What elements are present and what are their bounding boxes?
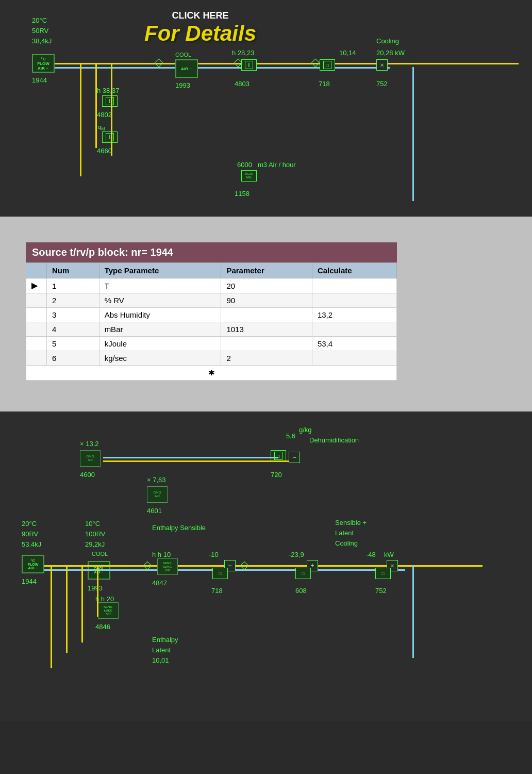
block-4846: 4846 xyxy=(95,623,110,631)
flow-box-1944[interactable]: °CFLOWAiR→ xyxy=(32,54,55,73)
pipe-yellow-top xyxy=(55,63,519,64)
x-7-63: × 7,63 xyxy=(147,476,166,484)
pipe-blue-vert xyxy=(412,67,414,201)
row-arrow xyxy=(26,308,47,322)
row-num: 3 xyxy=(47,308,99,322)
flow-box-1944-bottom[interactable]: °CFLOWAiR→ xyxy=(22,555,44,573)
cross-box-752: ✕ xyxy=(376,59,388,71)
col-parameter: Parameter xyxy=(221,263,312,278)
row-parameter xyxy=(221,337,312,351)
col-calculate: Calculate xyxy=(312,263,396,278)
click-here-large-text: For Details xyxy=(144,21,256,46)
table-row: 3 Abs Humidity 13,2 xyxy=(26,308,397,322)
kj-label-top: 38,4kJ xyxy=(32,37,52,45)
row-type: mBar xyxy=(99,322,221,337)
row-calculate xyxy=(312,351,396,366)
row-type: Abs Humidity xyxy=(99,308,221,322)
row-num: 6 xyxy=(47,351,99,366)
flow-box-1993[interactable]: AiR→ xyxy=(175,59,198,78)
cooling-label: Cooling xyxy=(376,37,399,45)
cooling-label-bottom: Cooling xyxy=(335,539,358,547)
kw-label-bottom: kW xyxy=(384,551,394,558)
pipe-blue-bottom-top xyxy=(103,457,278,458)
block-nr-718: 718 xyxy=(319,80,330,88)
comp-box-4600: G/KGAiR xyxy=(80,450,101,467)
data-table-container: Source t/rv/p block: nr= 1944 Num Type P… xyxy=(26,242,397,381)
diamond-3 xyxy=(311,59,320,68)
table-section-bg: Source t/rv/p block: nr= 1944 Num Type P… xyxy=(0,217,532,411)
cool-label-top: COOL xyxy=(175,52,191,58)
table-row: ▶ 1 T 20 xyxy=(26,278,397,293)
row-arrow xyxy=(26,351,47,366)
row-parameter xyxy=(221,308,312,322)
indicator-718-bottom: □ xyxy=(212,568,228,579)
indicator-608: □ xyxy=(295,568,311,579)
cooling-kw: 20,28 kW xyxy=(376,49,405,57)
latent-label-2: Latent xyxy=(152,646,171,654)
top-diagram: CLICK HERE For Details 20°C 50RV 38,4kJ … xyxy=(0,0,532,217)
indicator-752-bottom: □ xyxy=(375,568,391,579)
minus-23-9: -23,9 xyxy=(289,551,304,558)
x-13-2: × 13,2 xyxy=(80,440,99,448)
diamond-bottom-2 xyxy=(240,562,249,570)
parameters-table: Num Type Paramete Parameter Calculate ▶ … xyxy=(26,262,397,381)
row-parameter: 90 xyxy=(221,293,312,308)
add-row-button[interactable]: ✱ xyxy=(26,366,397,381)
indicator-4660: I xyxy=(102,131,118,143)
pipe-yellow-bottom-top xyxy=(103,460,289,462)
sensible-latent-label: Sensible + xyxy=(335,519,367,526)
m3-air-label: m3 Air / hour xyxy=(258,161,296,169)
pipe-blue-vert-bottom xyxy=(412,565,414,658)
indicator-1158: KG/SM3h xyxy=(241,170,257,182)
row-arrow xyxy=(26,337,47,351)
val-10-01: 10,01 xyxy=(152,656,169,664)
enthalpy-latent-label: Enthalpy xyxy=(152,636,178,644)
row-type: kJoule xyxy=(99,337,221,351)
row-arrow xyxy=(26,322,47,337)
h-value: h 38,37 xyxy=(97,87,119,94)
h-28-23: h 28,23 xyxy=(232,49,254,57)
indicator-720-bottom: □ xyxy=(271,450,286,462)
block-4600: 4600 xyxy=(80,471,95,479)
row-num: 4 xyxy=(47,322,99,337)
block-nr-4802: 4802 xyxy=(97,111,112,119)
rv-90-bottom: 90RV xyxy=(22,530,38,538)
block-nr-4803: 4803 xyxy=(235,80,250,88)
h-10: h h 10 xyxy=(152,551,171,558)
temp-label-top: 20°C xyxy=(32,17,47,24)
table-row: 5 kJoule 53,4 xyxy=(26,337,397,351)
row-parameter: 20 xyxy=(221,278,312,293)
table-title: Source t/rv/p block: nr= 1944 xyxy=(26,242,397,262)
table-row: 4 mBar 1013 xyxy=(26,322,397,337)
rv-label-top: 50RV xyxy=(32,27,48,35)
g-kg-label: g/kg xyxy=(299,426,312,434)
click-here-banner[interactable]: CLICK HERE For Details xyxy=(144,10,256,46)
qm-label: qM xyxy=(98,124,105,131)
col-num: Num xyxy=(47,263,99,278)
minus-10: -10 xyxy=(209,551,219,558)
col-type: Type Paramete xyxy=(99,263,221,278)
indicator-4802: I xyxy=(102,95,118,107)
row-parameter: 1013 xyxy=(221,322,312,337)
rv-100-bottom: 100RV xyxy=(85,530,106,538)
dehumidification-label: Dehumidification xyxy=(309,436,359,444)
pipe-yellow-v3 xyxy=(95,63,97,148)
block-752-bottom: 752 xyxy=(375,587,387,595)
kj-29-2-bottom: 29,2kJ xyxy=(85,540,105,548)
block-nr-1993: 1993 xyxy=(175,81,190,89)
row-num: 1 xyxy=(47,278,99,293)
block-718-bottom: 718 xyxy=(211,587,223,595)
block-4601: 4601 xyxy=(147,507,162,515)
comp-box-4601: G/KGAiR xyxy=(147,486,168,503)
row-calculate xyxy=(312,278,396,293)
block-nr-752: 752 xyxy=(376,80,388,88)
table-row: 2 % RV 90 xyxy=(26,293,397,308)
pipe-yellow-v1 xyxy=(111,63,112,156)
pipe-blue-top xyxy=(55,67,390,69)
row-calculate: 53,4 xyxy=(312,337,396,351)
row-calculate xyxy=(312,322,396,337)
flow-6000: 6000 xyxy=(237,161,252,169)
block-nr-4660: 4660 xyxy=(97,147,112,155)
row-type: kg/sec xyxy=(99,351,221,366)
row-type: T xyxy=(99,278,221,293)
